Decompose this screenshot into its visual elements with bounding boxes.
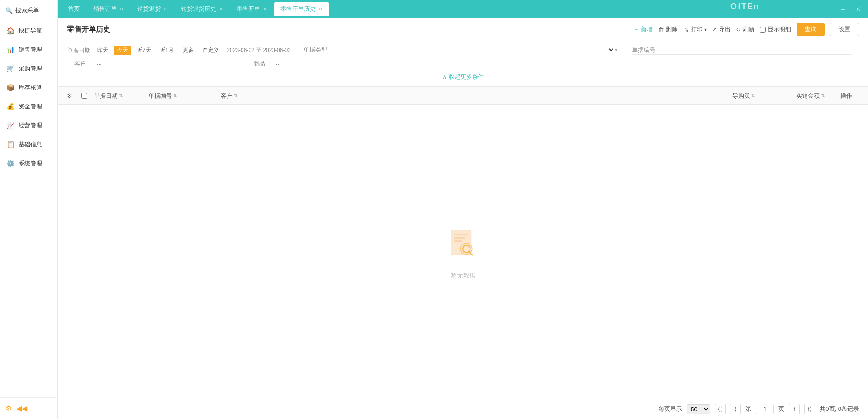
empty-state: 暂无数据: [58, 105, 868, 399]
sidebar-item-label: 系统管理: [19, 160, 42, 168]
sidebar-item-sales-mgmt[interactable]: 📊 销售管理: [0, 40, 57, 59]
page-number-input[interactable]: [756, 405, 774, 414]
sort-number-icon: ⇅: [173, 93, 177, 98]
bill-number-wrap: 单据编号: [632, 46, 852, 55]
sidebar-item-basic-info[interactable]: 📋 基础信息: [0, 135, 57, 154]
bill-number-input[interactable]: [655, 47, 852, 54]
bill-type-select[interactable]: [327, 46, 615, 54]
empty-icon: [443, 224, 484, 264]
delete-icon: 🗑: [658, 26, 664, 33]
th-number[interactable]: 单据编号 ⇅: [145, 92, 217, 100]
tab-sales-return[interactable]: 销货退货 ✕: [131, 2, 174, 16]
page-label-before: 第: [745, 405, 751, 413]
setting-button[interactable]: 设置: [830, 23, 859, 36]
tab-sales-order[interactable]: 销售订单 ✕: [87, 2, 130, 16]
tab-retail-open-history-close[interactable]: ✕: [318, 6, 323, 12]
sidebar-item-finance[interactable]: 💰 资金管理: [0, 97, 57, 116]
page-first-button[interactable]: ⟨⟨: [715, 404, 726, 414]
sidebar-item-system[interactable]: ⚙️ 系统管理: [0, 154, 57, 173]
th-amount[interactable]: 实销金额 ⇅: [774, 92, 828, 100]
th-customer[interactable]: 客户 ⇅: [217, 92, 729, 100]
bill-type-dropdown-icon: ▾: [615, 47, 617, 53]
tab-retail-open-label: 零售开单: [237, 5, 260, 13]
sidebar-item-business[interactable]: 📈 经营管理: [0, 116, 57, 135]
show-detail-checkbox[interactable]: 显示明细: [760, 25, 791, 33]
date-btn-custom[interactable]: 自定义: [199, 46, 222, 55]
th-date[interactable]: 单据日期 ⇅: [90, 92, 145, 100]
refresh-label: 刷新: [743, 25, 754, 33]
date-btn-1month[interactable]: 近1月: [157, 46, 177, 55]
sidebar-item-quick-nav[interactable]: 🏠 快捷导航: [0, 21, 57, 40]
tab-sales-return-history[interactable]: 销货退货历史 ✕: [175, 2, 229, 16]
sidebar-item-label: 基础信息: [19, 141, 42, 149]
sidebar-item-inventory[interactable]: 📦 库存核算: [0, 78, 57, 97]
page-size-select[interactable]: 20 50 100 200: [687, 404, 710, 414]
refresh-icon: ↻: [736, 26, 741, 33]
customer-label: 客户: [74, 60, 97, 68]
sidebar-search[interactable]: 🔍 搜索采单: [0, 0, 57, 21]
tab-retail-open-close[interactable]: ✕: [263, 6, 267, 12]
date-btn-today[interactable]: 今天: [114, 46, 131, 55]
collapse-up-icon: ∧: [442, 74, 447, 80]
add-button[interactable]: ＋ 新增: [633, 25, 653, 33]
sidebar-item-purchase-mgmt[interactable]: 🛒 采购管理: [0, 59, 57, 78]
select-all-checkbox[interactable]: [81, 93, 87, 99]
goods-wrap: 商品: [253, 60, 407, 68]
money-icon: 💰: [6, 103, 15, 111]
th-guide[interactable]: 导购员 ⇅: [729, 92, 774, 100]
date-btn-yesterday[interactable]: 昨天: [94, 46, 111, 55]
svg-rect-1: [454, 234, 468, 236]
tab-sales-return-close[interactable]: ✕: [163, 6, 167, 12]
sidebar-item-label: 资金管理: [19, 103, 42, 111]
close-button[interactable]: ✕: [856, 6, 861, 13]
tab-retail-open-history[interactable]: 零售开单历史 ✕: [274, 2, 329, 16]
settings-button[interactable]: ⚙: [5, 404, 12, 413]
th-number-label: 单据编号: [148, 92, 172, 100]
tab-retail-open-history-label: 零售开单历史: [280, 5, 316, 13]
collapse-sidebar-button[interactable]: ◀◀: [16, 404, 27, 413]
sidebar-item-label: 经营管理: [19, 122, 42, 130]
customer-input[interactable]: [97, 61, 228, 67]
page-header: 零售开单历史 ＋ 新增 🗑 删除 🖨 打印 ▾ ↗ 导出 ↻ 刷新: [58, 18, 868, 40]
page-next-button[interactable]: ⟩: [789, 404, 800, 414]
collapse-more-btn[interactable]: ∧ 收起更多条件: [67, 73, 859, 81]
empty-text: 暂无数据: [451, 272, 476, 280]
add-icon: ＋: [633, 25, 639, 33]
tab-retail-open[interactable]: 零售开单 ✕: [230, 2, 273, 16]
tab-sales-order-close[interactable]: ✕: [119, 6, 123, 12]
print-icon: 🖨: [683, 26, 689, 33]
svg-rect-2: [454, 237, 465, 239]
delete-button[interactable]: 🗑 删除: [658, 25, 678, 33]
th-operation: 操作: [828, 92, 864, 100]
date-range-display: 2023-06-02 至 2023-06-02: [227, 47, 290, 54]
page-prev-button[interactable]: ⟨: [730, 404, 741, 414]
query-button[interactable]: 查询: [797, 23, 825, 36]
filter-row-2: 客户 商品: [67, 60, 859, 68]
minimize-button[interactable]: ─: [841, 6, 845, 13]
main-content: 首页 销售订单 ✕ 销货退货 ✕ 销货退货历史 ✕ 零售开单 ✕ 零售开单历史 …: [58, 0, 868, 419]
date-btn-7days[interactable]: 近7天: [134, 46, 154, 55]
search-icon: 🔍: [5, 7, 13, 14]
toolbar: ＋ 新增 🗑 删除 🖨 打印 ▾ ↗ 导出 ↻ 刷新 显示明细: [633, 23, 859, 36]
customer-wrap: 客户: [74, 60, 228, 68]
refresh-button[interactable]: ↻ 刷新: [736, 25, 754, 33]
export-button[interactable]: ↗ 导出: [712, 25, 730, 33]
print-button[interactable]: 🖨 打印 ▾: [683, 25, 707, 33]
tab-sales-order-label: 销售订单: [93, 5, 117, 13]
page-last-button[interactable]: ⟩⟩: [804, 404, 815, 414]
goods-input[interactable]: [276, 61, 407, 67]
date-btns-group: 昨天 今天 近7天 近1月 更多 自定义 2023-06-02 至 2023-0…: [94, 46, 291, 55]
th-settings[interactable]: ⚙: [62, 92, 78, 99]
tab-sales-return-history-close[interactable]: ✕: [219, 6, 223, 12]
tab-home[interactable]: 首页: [62, 2, 86, 16]
tab-sales-return-history-label: 销货退货历史: [181, 5, 216, 13]
date-btn-more[interactable]: 更多: [180, 46, 197, 55]
sort-date-icon: ⇅: [119, 93, 123, 98]
maximize-button[interactable]: □: [849, 6, 852, 13]
th-amount-label: 实销金额: [796, 92, 820, 100]
win-controls: ─ □ ✕: [841, 6, 864, 13]
show-detail-input[interactable]: [760, 27, 766, 33]
sort-guide-icon: ⇅: [751, 93, 755, 98]
th-checkbox[interactable]: [78, 93, 90, 99]
table-header: ⚙ 单据日期 ⇅ 单据编号 ⇅ 客户 ⇅ 导购员 ⇅ 实销金额: [58, 87, 868, 105]
